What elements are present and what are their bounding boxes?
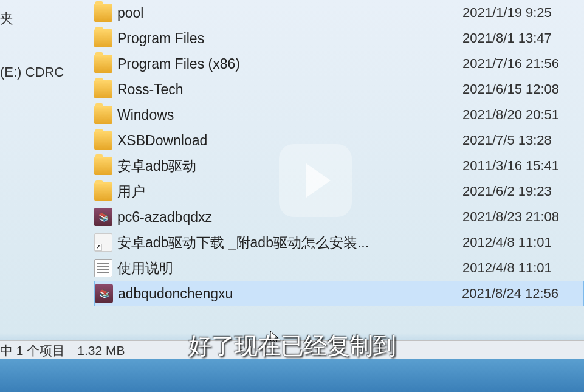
file-row[interactable]: Program Files (x86) 2021/7/16 21:56 <box>94 51 584 77</box>
file-name: adbqudonchengxu <box>118 286 462 302</box>
folder-icon <box>94 29 112 47</box>
file-name: 安卓adb驱动下载 _附adb驱动怎么安装... <box>117 233 462 252</box>
file-row[interactable]: 安卓adb驱动下载 _附adb驱动怎么安装... 2012/4/8 11:01 <box>94 230 584 255</box>
file-date: 2021/7/5 13:28 <box>462 132 584 148</box>
file-name: Program Files (x86) <box>117 56 462 72</box>
text-file-icon <box>94 259 112 277</box>
file-row[interactable]: 使用说明 2012/4/8 11:01 <box>94 255 584 281</box>
file-row[interactable]: Ross-Tech 2021/6/15 12:08 <box>94 77 584 102</box>
sidebar-item[interactable] <box>0 46 94 53</box>
file-row[interactable]: pool 2021/1/19 9:25 <box>94 0 584 26</box>
folder-icon <box>94 80 112 98</box>
status-item-count: 中 1 个项目 <box>0 342 77 359</box>
sidebar-item[interactable] <box>0 39 94 46</box>
archive-icon <box>94 208 112 226</box>
video-subtitle: 好了现在已经复制到 <box>188 331 396 362</box>
file-date: 2012/4/8 11:01 <box>462 260 584 276</box>
file-date: 2021/8/24 12:56 <box>462 286 583 301</box>
folder-icon <box>94 106 112 124</box>
file-name: Ross-Tech <box>117 81 462 98</box>
sidebar: 夹 (E:) CDRC <box>0 0 94 340</box>
file-date: 2011/3/16 15:41 <box>462 158 584 174</box>
file-date: 2021/8/23 21:08 <box>462 209 584 225</box>
folder-icon <box>94 131 112 150</box>
status-file-size: 1.32 MB <box>77 343 137 358</box>
play-button-overlay[interactable] <box>279 144 352 217</box>
folder-icon <box>94 157 112 175</box>
file-date: 2021/6/2 19:23 <box>462 184 584 199</box>
play-icon <box>306 163 331 198</box>
file-date: 2021/8/20 20:51 <box>462 107 584 123</box>
file-row[interactable]: Program Files 2021/8/1 13:47 <box>94 26 584 51</box>
file-date: 2021/7/16 21:56 <box>462 56 584 72</box>
sidebar-item-drive-e[interactable]: (E:) CDRC <box>0 61 94 84</box>
archive-icon <box>95 284 113 303</box>
folder-icon <box>94 182 112 201</box>
sidebar-item[interactable] <box>0 32 94 39</box>
file-name: 使用说明 <box>117 259 462 278</box>
file-name: Program Files <box>117 30 462 47</box>
file-date: 2021/8/1 13:47 <box>462 30 584 46</box>
sidebar-item[interactable] <box>0 53 94 61</box>
file-row[interactable]: Windows 2021/8/20 20:51 <box>94 102 584 128</box>
folder-icon <box>94 4 112 22</box>
file-row-selected[interactable]: adbqudonchengxu 2021/8/24 12:56 <box>94 281 584 306</box>
desktop-bg <box>0 359 584 392</box>
file-date: 2021/6/15 12:08 <box>462 81 584 97</box>
file-date: 2012/4/8 11:01 <box>462 235 584 250</box>
folder-icon <box>94 55 112 73</box>
file-name: Windows <box>117 107 462 123</box>
sidebar-item-folder[interactable]: 夹 <box>0 6 94 32</box>
file-name: pool <box>117 5 462 21</box>
shortcut-icon <box>94 233 112 252</box>
file-date: 2021/1/19 9:25 <box>462 5 584 21</box>
